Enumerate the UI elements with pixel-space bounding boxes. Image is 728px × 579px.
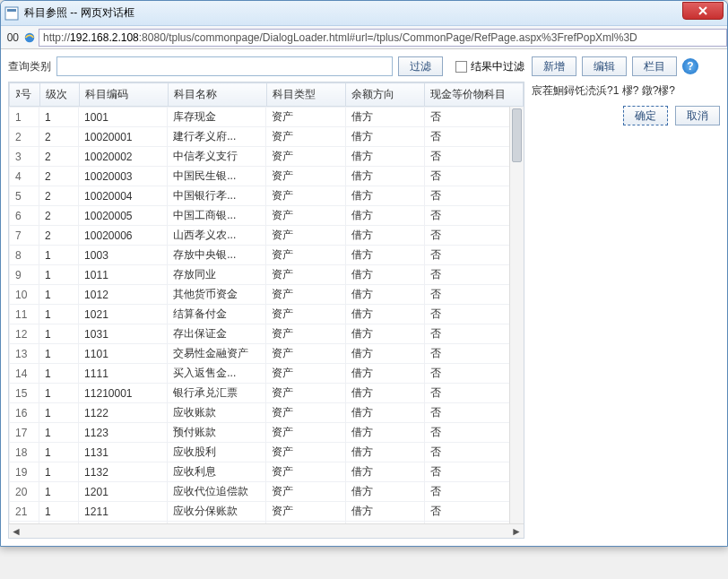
table-row[interactable]: 1311101交易性金融资产资产借方否 [10,344,524,364]
col-level[interactable]: 级次 [40,83,80,107]
cell-dir: 借方 [345,423,424,443]
cell-n: 11 [10,305,39,324]
cell-cash: 否 [424,108,523,127]
col-name[interactable]: 科目名称 [169,83,267,107]
cell-code: 1012 [79,285,168,305]
search-label: 查询类别 [8,59,51,74]
scroll-left-icon[interactable]: ◄ [9,525,23,538]
cell-lv: 1 [39,403,79,423]
cell-cash: 否 [424,364,523,384]
cell-lv: 2 [39,226,79,246]
grid-body[interactable]: 111001库存现金资产借方否2210020001建行孝义府...资产借方否32… [9,107,524,523]
cell-n: 22 [10,522,39,524]
new-button[interactable]: 新增 [532,56,576,76]
table-row[interactable]: 911011存放同业资产借方否 [10,265,524,285]
table-row[interactable]: 1211031存出保证金资产借方否 [10,324,524,344]
cell-cash: 否 [424,403,523,423]
table-row[interactable]: 3210020002中信孝义支行资产借方否 [10,147,524,167]
action-buttons: 确定 取消 [532,106,720,125]
grid-header: ﾇ号 级次 科目编码 科目名称 科目类型 余额方向 现金等价物科目 [9,82,524,107]
cancel-button[interactable]: 取消 [675,106,720,125]
cell-type: 资产 [266,344,345,364]
table-row[interactable]: 4210020003中国民生银...资产借方否 [10,167,524,186]
cell-code: 1132 [79,462,168,482]
dialog-window: 科目参照 -- 网页对话框 00 http://192.168.2.108:80… [0,0,728,547]
cell-lv: 1 [39,522,79,524]
table-row[interactable]: 1111021结算备付金资产借方否 [10,305,524,324]
cell-dir: 借方 [345,167,424,186]
table-row[interactable]: 2111211应收分保账款资产借方否 [10,502,524,522]
cell-n: 17 [10,423,39,443]
cell-code: 10020004 [79,186,168,206]
cell-dir: 借方 [345,206,424,226]
cell-name: 存出保证金 [168,324,266,344]
cell-name: 存放中央银... [168,246,266,265]
cell-cash: 否 [424,384,523,403]
columns-button[interactable]: 栏目 [632,56,677,76]
cell-cash: 否 [424,522,523,524]
close-button[interactable] [682,2,724,20]
cell-type: 资产 [266,305,345,324]
cell-cash: 否 [424,127,523,147]
table-row[interactable]: 2011201应收代位追偿款资产借方否 [10,482,524,502]
cell-code: 1111 [79,364,168,384]
cell-code: 10020005 [79,206,168,226]
cell-cash: 否 [424,147,523,167]
cell-dir: 借方 [345,364,424,384]
filter-button[interactable]: 过滤 [398,56,443,76]
scrollbar-thumb[interactable] [512,108,522,162]
table-row[interactable]: 1711123预付账款资产借方否 [10,423,524,443]
cell-name: 应收账款 [168,403,266,423]
table-row[interactable]: 7210020006山西孝义农...资产借方否 [10,226,524,246]
cell-cash: 否 [424,206,523,226]
cell-type: 资产 [266,502,345,522]
table-row[interactable]: 6210020005中国工商银...资产借方否 [10,206,524,226]
table-row[interactable]: 1411111买入返售金...资产借方否 [10,364,524,384]
filter-in-results-checkbox[interactable]: 结果中过滤 [455,59,524,74]
cell-lv: 1 [39,324,79,344]
col-code[interactable]: 科目编码 [80,83,169,107]
scroll-right-icon[interactable]: ► [509,525,524,538]
ok-button[interactable]: 确定 [623,106,668,125]
table-row[interactable]: 811003存放中央银...资产借方否 [10,246,524,265]
cell-lv: 1 [39,384,79,403]
cell-type: 资产 [266,384,345,403]
cell-code: 1123 [79,423,168,443]
col-type[interactable]: 科目类型 [267,83,346,107]
edit-button[interactable]: 编辑 [582,56,627,76]
table-row[interactable]: 2211212应收分保合...资产借方否 [10,522,524,524]
horizontal-scrollbar[interactable]: ◄ ► [9,523,524,538]
table-row[interactable]: 2210020001建行孝义府...资产借方否 [10,127,524,147]
cell-lv: 1 [39,482,79,502]
table-row[interactable]: 1611122应收账款资产借方否 [10,403,524,423]
table-row[interactable]: 1911132应收利息资产借方否 [10,462,524,482]
cell-type: 资产 [266,186,345,206]
table-row[interactable]: 5210020004中国银行孝...资产借方否 [10,186,524,206]
col-cash[interactable]: 现金等价物科目 [424,83,523,107]
cell-lv: 1 [39,344,79,364]
cell-dir: 借方 [345,462,424,482]
search-input[interactable] [56,56,393,76]
cell-type: 资产 [266,246,345,265]
help-icon[interactable]: ? [682,58,698,74]
cell-name: 应收利息 [168,462,266,482]
cell-lv: 1 [39,462,79,482]
titlebar[interactable]: 科目参照 -- 网页对话框 [1,1,727,26]
cell-code: 1201 [79,482,168,502]
table-row[interactable]: 1011012其他货币资金资产借方否 [10,285,524,305]
table-row[interactable]: 15111210001银行承兑汇票资产借方否 [10,384,524,403]
checkbox-icon[interactable] [455,61,467,73]
col-dir[interactable]: 余额方向 [346,83,425,107]
cell-name: 中国银行孝... [168,186,266,206]
cell-lv: 1 [39,502,79,522]
cell-lv: 2 [39,147,79,167]
cell-code: 1001 [79,108,168,127]
table-row[interactable]: 111001库存现金资产借方否 [10,108,524,127]
cell-lv: 2 [39,167,79,186]
url-field[interactable]: http://192.168.2.108:8080/tplus/commonpa… [39,29,727,47]
vertical-scrollbar[interactable] [509,107,524,523]
cell-n: 8 [10,246,39,265]
table-row[interactable]: 1811131应收股利资产借方否 [10,443,524,462]
col-rownum[interactable]: ﾇ号 [10,83,40,107]
cell-n: 20 [10,482,39,502]
